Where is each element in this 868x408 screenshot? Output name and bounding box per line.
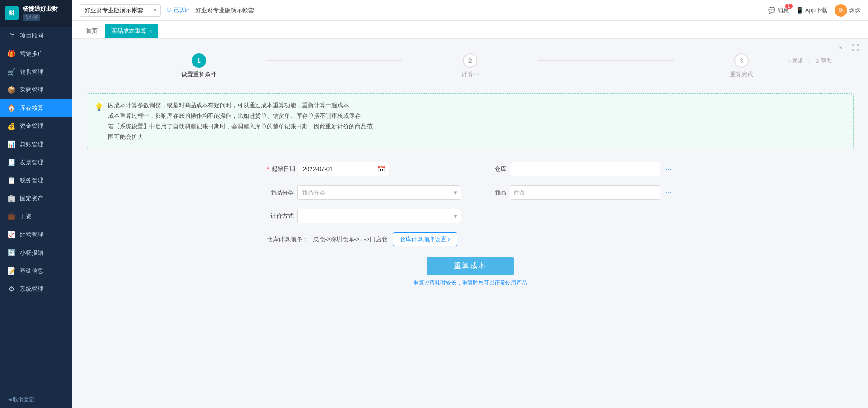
sidebar-item-marketing[interactable]: 🎁 营销推广 (0, 45, 72, 63)
sidebar-item-label: 总账管理 (20, 140, 43, 148)
goods-placeholder: 商品 (514, 189, 656, 197)
category-select[interactable]: 商品分类 ▾ (297, 185, 461, 200)
sidebar-unpin[interactable]: ◄取消固定 (0, 391, 72, 408)
step-1-label: 设置重算条件 (181, 71, 217, 79)
sidebar-item-purchase[interactable]: 📦 采购管理 (0, 81, 72, 99)
sidebar-item-finance[interactable]: 💰 资金管理 (0, 117, 72, 135)
sidebar-item-label: 资金管理 (20, 122, 43, 130)
recalc-btn[interactable]: 重算成本 (427, 257, 514, 275)
warehouse-order-value: 总仓->深圳仓库->...->门店仓 (313, 235, 387, 243)
tab-home-label: 首页 (86, 27, 98, 35)
content-area: × ⛶ 1 设置重算条件 2 计算中 3 (72, 39, 868, 408)
app-brand-text: 畅捷通好业财 专业版 (23, 5, 58, 21)
message-icon: 💬 (768, 7, 775, 14)
field-warehouse: 仓库 ··· (479, 162, 674, 176)
sidebar-item-label: 项目顾问 (20, 32, 43, 40)
start-date-input[interactable]: 2022-07-01 📅 (299, 162, 389, 176)
video-link[interactable]: ▷ 视频 (787, 57, 803, 65)
message-btn[interactable]: 💬 消息 1 (768, 6, 789, 14)
sidebar-item-tax[interactable]: 📋 税务管理 (0, 171, 72, 190)
step-3-num: 3 (740, 57, 743, 64)
app-name: 畅捷通好业财 (23, 5, 58, 13)
tab-home[interactable]: 首页 (80, 24, 104, 38)
help-link[interactable]: ⊙ 帮助 (815, 57, 832, 65)
sidebar-item-label: 税务管理 (20, 176, 43, 185)
sidebar-item-label: 经营管理 (20, 231, 43, 239)
sidebar-item-payroll[interactable]: 💼 工资 (0, 208, 72, 226)
category-placeholder: 商品分类 (302, 189, 325, 197)
account-name: 好业财专业版演示帐套 (195, 6, 254, 14)
lightbulb-icon: 💡 (94, 101, 104, 142)
warehouse-order-btn-label: 仓库计算顺序设置 › (400, 235, 450, 243)
tab-recalc[interactable]: 商品成本重算 × (105, 24, 158, 38)
start-date-label: * 起始日期 (267, 165, 295, 173)
sidebar-item-invoice[interactable]: 🧾 发票管理 (0, 153, 72, 171)
topbar-right: 💬 消息 1 📱 App下载 珠 珠珠 (768, 4, 861, 17)
video-label: 视频 (792, 57, 803, 65)
topbar: 好业财专业版演示帐套 ▾ 🛡 已认证 好业财专业版演示帐套 💬 消息 1 📱 A… (72, 0, 868, 21)
sidebar-item-expense[interactable]: 🔄 小畅报销 (0, 244, 72, 262)
step-1-num: 1 (197, 57, 201, 64)
recalc-hint: 重算过程耗时较长，重算时您可以正常使用产品 (267, 279, 674, 287)
category-chevron-icon: ▾ (454, 189, 457, 196)
user-name: 珠珠 (849, 6, 861, 14)
sidebar-scroll: 🗂 项目顾问 🎁 营销推广 🛒 销售管理 📦 采购管理 🏠 库存核算 💰 资金管… (0, 27, 72, 391)
form-row-1: * 起始日期 2022-07-01 📅 仓库 ··· (267, 162, 674, 176)
action-center: 重算成本 重算过程耗时较长，重算时您可以正常使用产品 (267, 257, 674, 287)
step-2: 2 计算中 (402, 53, 538, 79)
sidebar-item-system[interactable]: ⚙ 系统管理 (0, 280, 72, 298)
sidebar-item-label: 销售管理 (20, 68, 43, 76)
field-start-date: * 起始日期 2022-07-01 📅 (267, 162, 461, 176)
sidebar-item-sales[interactable]: 🛒 销售管理 (0, 63, 72, 81)
form-section: * 起始日期 2022-07-01 📅 仓库 ··· (267, 162, 674, 287)
sidebar-item-label: 固定资产 (20, 195, 43, 203)
marketing-icon: 🎁 (7, 50, 15, 58)
question-icon: ⊙ (815, 58, 820, 64)
inventory-icon: 🏠 (7, 104, 15, 112)
invoice-icon: 🧾 (7, 158, 15, 166)
calendar-icon[interactable]: 📅 (377, 166, 385, 173)
sidebar-item-inventory[interactable]: 🏠 库存核算 (0, 99, 72, 117)
sidebar-item-basic[interactable]: 📝 基础信息 (0, 262, 72, 280)
sidebar-item-label: 采购管理 (20, 86, 43, 94)
app-download-label: App下载 (805, 6, 827, 14)
payroll-icon: 💼 (7, 213, 15, 221)
pricing-label: 计价方式 (267, 212, 294, 220)
warehouse-order-label: 仓库计算顺序： (267, 235, 308, 243)
form-row-3: 计价方式 ▾ (267, 209, 674, 223)
shield-icon: 🛡 (166, 7, 172, 14)
tab-close-icon[interactable]: × (149, 28, 152, 34)
sidebar-item-label: 发票管理 (20, 158, 43, 166)
avatar: 珠 (835, 4, 847, 17)
goods-input[interactable]: 商品 (510, 185, 660, 200)
warehouse-more-btn[interactable]: ··· (664, 165, 674, 173)
app-download-btn[interactable]: 📱 App下载 (796, 6, 827, 14)
expense-icon: 🔄 (7, 249, 15, 257)
step-3-circle: 3 (734, 53, 749, 68)
required-mark: * (267, 166, 269, 172)
play-icon: ▷ (787, 58, 791, 64)
sidebar-item-project[interactable]: 🗂 项目顾问 (0, 27, 72, 45)
user-menu[interactable]: 珠 珠珠 (835, 4, 861, 17)
purchase-icon: 📦 (7, 86, 15, 94)
account-select[interactable]: 好业财专业版演示帐套 ▾ (80, 4, 161, 17)
pricing-select[interactable]: ▾ (297, 209, 461, 223)
step-2-label: 计算中 (462, 71, 479, 79)
dropdown-caret-icon: ▾ (154, 8, 156, 13)
sidebar-item-operation[interactable]: 📈 经营管理 (0, 226, 72, 244)
app-logo-icon: 财 (5, 6, 19, 20)
start-date-value: 2022-07-01 (303, 166, 377, 172)
operation-icon: 📈 (7, 231, 15, 239)
sidebar-item-accounting[interactable]: 📊 总账管理 (0, 135, 72, 153)
warehouse-order-row: 仓库计算顺序： 总仓->深圳仓库->...->门店仓 仓库计算顺序设置 › (267, 232, 674, 246)
field-pricing: 计价方式 ▾ (267, 209, 461, 223)
sidebar-item-assets[interactable]: 🏢 固定资产 (0, 190, 72, 208)
warehouse-input[interactable] (510, 162, 660, 176)
basic-icon: 📝 (7, 267, 15, 275)
goods-more-btn[interactable]: ··· (664, 189, 674, 197)
info-line-3: 若【系统设置】中启用了自动调整记账日期时，会调整入库单的整单记账日期，因此重新计… (108, 121, 373, 132)
warehouse-order-settings-btn[interactable]: 仓库计算顺序设置 › (393, 232, 457, 246)
pricing-chevron-icon: ▾ (454, 213, 457, 219)
sidebar-item-label: 工资 (20, 213, 32, 221)
finance-icon: 💰 (7, 122, 15, 130)
